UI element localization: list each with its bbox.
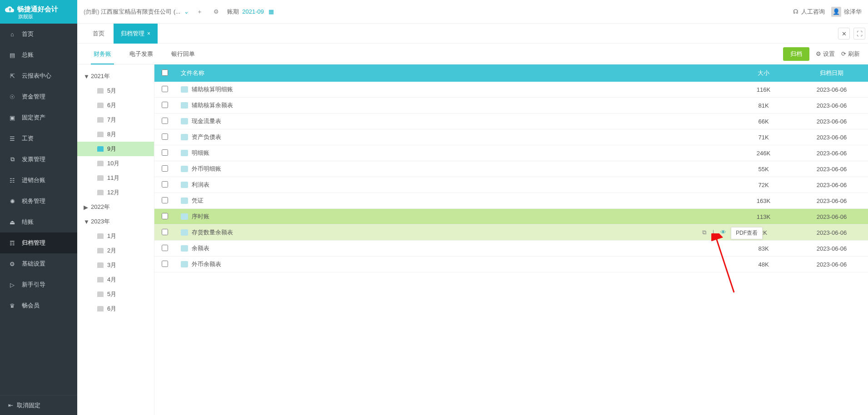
- folder-icon: [181, 86, 188, 93]
- settings-link[interactable]: ⚙设置: [816, 50, 835, 58]
- folder-icon: [97, 132, 104, 137]
- tree-month[interactable]: 12月: [77, 185, 154, 200]
- download-pdf-icon[interactable]: ⤓: [711, 229, 716, 236]
- tree-year[interactable]: ▼2021年: [77, 69, 154, 84]
- year-label: 2022年: [91, 203, 110, 211]
- file-date: 2023-06-06: [795, 193, 868, 209]
- row-checkbox[interactable]: [162, 102, 168, 108]
- nav-invoice[interactable]: ⧉发票管理: [0, 149, 77, 170]
- table-row[interactable]: 序时账113K2023-06-06: [154, 209, 868, 225]
- table-row[interactable]: 余额表83K2023-06-06: [154, 241, 868, 257]
- table-row[interactable]: 现金流量表66K2023-06-06: [154, 114, 868, 129]
- row-checkbox[interactable]: [162, 149, 168, 156]
- row-checkbox[interactable]: [162, 213, 168, 219]
- ledger-icon: ▤: [8, 51, 16, 59]
- nav-tax[interactable]: ✺税务管理: [0, 191, 77, 212]
- row-checkbox[interactable]: [162, 229, 168, 235]
- brand-title: 畅捷通好会计: [17, 5, 58, 14]
- file-size: 113K: [732, 209, 795, 225]
- refresh-link[interactable]: ⟳刷新: [841, 50, 860, 58]
- company-settings-button[interactable]: ⚙: [211, 6, 222, 17]
- row-checkbox[interactable]: [162, 118, 168, 124]
- file-size: 163K: [732, 193, 795, 209]
- row-checkbox[interactable]: [162, 86, 168, 92]
- tab-home[interactable]: 首页: [85, 24, 112, 44]
- nav-ledger[interactable]: ▤总账: [0, 44, 77, 65]
- tree-month[interactable]: 3月: [77, 258, 154, 272]
- sidebar-unpin[interactable]: ⇤ 取消固定: [0, 395, 77, 415]
- table-row[interactable]: 利润表72K2023-06-06: [154, 177, 868, 193]
- tree-month[interactable]: 9月: [77, 142, 154, 156]
- pdf-view-icon[interactable]: 👁: [720, 229, 726, 236]
- table-row[interactable]: 外币明细账55K2023-06-06: [154, 161, 868, 177]
- tree-month[interactable]: 11月: [77, 171, 154, 185]
- table-row[interactable]: 外币余额表48K2023-06-06: [154, 257, 868, 272]
- tree-month[interactable]: 5月: [77, 84, 154, 98]
- select-all-checkbox[interactable]: [162, 69, 168, 76]
- nav-guide[interactable]: ▷新手引导: [0, 274, 77, 295]
- company-selector[interactable]: (勿删) 江西服宝精品有限责任公司 (... ⌄: [84, 8, 189, 16]
- tree-month[interactable]: 2月: [77, 243, 154, 258]
- table-row[interactable]: 明细账246K2023-06-06: [154, 145, 868, 161]
- table-row[interactable]: 凭证163K2023-06-06: [154, 193, 868, 209]
- row-checkbox[interactable]: [162, 181, 168, 188]
- nav-salary[interactable]: ☰工资: [0, 128, 77, 149]
- table-row[interactable]: 资产负债表71K2023-06-06: [154, 129, 868, 145]
- period[interactable]: 账期 2021-09 ▦: [227, 8, 274, 16]
- headset-icon: ☊: [793, 8, 799, 15]
- subtab-finance[interactable]: 财务账: [85, 44, 119, 64]
- vip-icon: ♛: [8, 301, 16, 310]
- table-row[interactable]: 辅助核算余额表81K2023-06-06: [154, 98, 868, 114]
- row-checkbox[interactable]: [162, 197, 168, 203]
- nav-settings[interactable]: ⚙基础设置: [0, 253, 77, 274]
- download-image-icon[interactable]: ⧉: [702, 229, 706, 236]
- row-checkbox[interactable]: [162, 245, 168, 251]
- nav-inventory[interactable]: ☷进销台账: [0, 170, 77, 191]
- row-checkbox[interactable]: [162, 261, 168, 267]
- nav-fixed-assets[interactable]: ▣固定资产: [0, 107, 77, 128]
- nav-home[interactable]: ⌂首页: [0, 24, 77, 44]
- archive-button[interactable]: 归档: [783, 47, 809, 61]
- nav-funds[interactable]: ☉资金管理: [0, 86, 77, 107]
- close-icon[interactable]: ×: [147, 30, 150, 37]
- subtab-bank[interactable]: 银行回单: [163, 44, 203, 64]
- file-name: 辅助核算余额表: [192, 101, 233, 109]
- tree-month[interactable]: 1月: [77, 229, 154, 243]
- nav-reports[interactable]: ⇱云报表中心: [0, 65, 77, 86]
- fullscreen-toggle[interactable]: ⛶: [853, 28, 865, 40]
- nav-label: 畅会员: [22, 301, 40, 310]
- file-name: 辅助核算明细账: [192, 85, 233, 94]
- subtab-einvoice[interactable]: 电子发票: [121, 44, 161, 64]
- tree-month[interactable]: 7月: [77, 113, 154, 127]
- nav-label: 税务管理: [22, 197, 45, 205]
- row-checkbox[interactable]: [162, 165, 168, 172]
- tree-month[interactable]: 6月: [77, 301, 154, 316]
- month-label: 8月: [107, 130, 116, 138]
- tree-year[interactable]: ▶2022年: [77, 200, 154, 214]
- nav-archive[interactable]: ☶归档管理: [0, 232, 77, 253]
- tree-month[interactable]: 6月: [77, 98, 154, 113]
- tab-archive[interactable]: 归档管理 ×: [114, 24, 158, 44]
- add-company-button[interactable]: ＋: [194, 6, 205, 17]
- month-label: 12月: [107, 188, 119, 197]
- inventory-icon: ☷: [8, 176, 16, 184]
- tree-month[interactable]: 8月: [77, 127, 154, 142]
- caret-icon: ▼: [84, 218, 88, 225]
- tree-month[interactable]: 10月: [77, 156, 154, 171]
- nav-member[interactable]: ♛畅会员: [0, 295, 77, 316]
- close-all-tabs[interactable]: ✕: [838, 28, 850, 40]
- row-checkbox[interactable]: [162, 133, 168, 140]
- consult-link[interactable]: ☊ 人工咨询: [793, 8, 825, 16]
- company-prefix: (勿删): [84, 8, 99, 15]
- user-menu[interactable]: 👤 徐泽华: [831, 7, 862, 17]
- tree-month[interactable]: 5月: [77, 287, 154, 301]
- tree-month[interactable]: 4月: [77, 272, 154, 287]
- col-check: [154, 64, 175, 82]
- table-row[interactable]: 辅助核算明细账116K2023-06-06: [154, 82, 868, 98]
- topbar: (勿删) 江西服宝精品有限责任公司 (... ⌄ ＋ ⚙ 账期 2021-09 …: [77, 0, 868, 24]
- nav-close[interactable]: ⏏结账: [0, 212, 77, 232]
- col-date: 归档日期: [795, 64, 868, 82]
- tree-year[interactable]: ▼2023年: [77, 214, 154, 229]
- lock-icon: ⏏: [8, 218, 16, 226]
- subtab-label: 财务账: [94, 50, 111, 58]
